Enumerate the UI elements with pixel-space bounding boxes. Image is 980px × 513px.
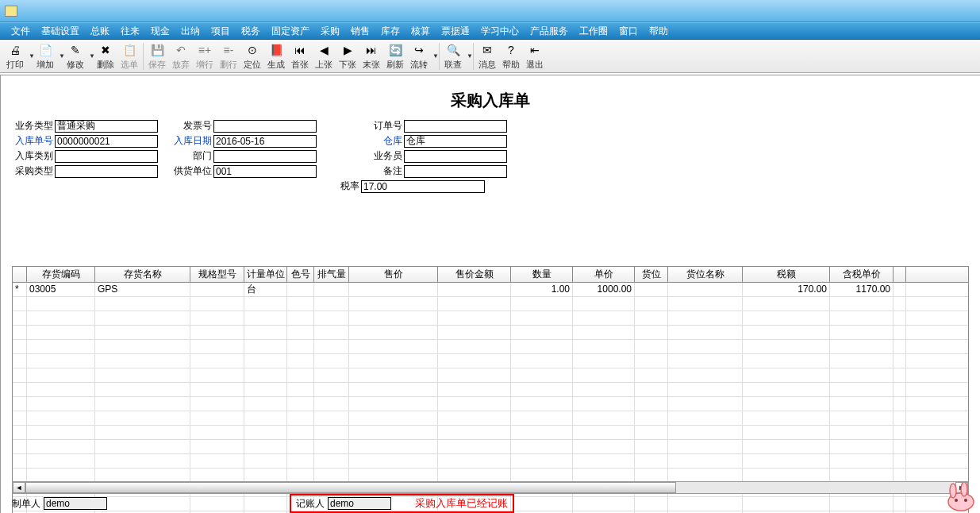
column-header[interactable]: 数量: [511, 267, 573, 282]
dropdown-arrow-icon[interactable]: ▼: [87, 52, 94, 60]
column-header[interactable]: 规格型号: [190, 267, 244, 282]
toolbar-定位[interactable]: ⊙定位: [240, 40, 264, 72]
data-grid[interactable]: 存货编码存货名称规格型号计量单位色号排气量售价售价金额数量单价货位货位名称税额含…: [12, 266, 969, 513]
cell-code[interactable]: 03005: [27, 283, 95, 296]
toolbar-生成[interactable]: 📕生成: [264, 40, 288, 72]
toolbar-下张[interactable]: ▶下张: [336, 40, 359, 72]
invoice-no-input[interactable]: [213, 120, 317, 133]
toolbar-联查[interactable]: 🔍联查: [441, 40, 465, 72]
column-header[interactable]: 售价: [349, 267, 438, 282]
column-header[interactable]: 货位: [635, 267, 668, 282]
menu-现金[interactable]: 现金: [148, 25, 173, 38]
cat-input[interactable]: [55, 150, 158, 163]
date-input[interactable]: [213, 135, 317, 148]
menu-文件[interactable]: 文件: [8, 25, 33, 38]
column-header[interactable]: 税额: [743, 267, 830, 282]
cell-name[interactable]: GPS: [95, 283, 190, 296]
menu-总账[interactable]: 总账: [87, 25, 113, 38]
toolbar-删除[interactable]: ✖删除: [94, 40, 117, 72]
menu-税务[interactable]: 税务: [238, 25, 263, 38]
sales-input[interactable]: [404, 150, 507, 163]
column-header[interactable]: 售价金额: [438, 267, 511, 282]
column-header[interactable]: 货位名称: [668, 267, 743, 282]
table-row[interactable]: [13, 383, 968, 397]
dropdown-arrow-icon[interactable]: ▼: [431, 52, 437, 60]
order-no-input[interactable]: [404, 120, 507, 133]
cell-disp[interactable]: [314, 283, 349, 296]
column-header[interactable]: 排气量: [314, 267, 349, 282]
cell-taxprice[interactable]: 1170.00: [830, 283, 894, 296]
cell-tax[interactable]: 170.00: [743, 283, 830, 296]
toolbar-帮助[interactable]: ?帮助: [499, 40, 523, 72]
toolbar-消息[interactable]: ✉消息: [475, 40, 499, 72]
dropdown-arrow-icon[interactable]: ▼: [27, 52, 33, 60]
cell-price[interactable]: [349, 283, 438, 296]
menu-票据通[interactable]: 票据通: [438, 25, 473, 38]
menu-产品服务[interactable]: 产品服务: [527, 25, 571, 38]
table-row[interactable]: [13, 426, 968, 440]
column-header[interactable]: 存货名称: [95, 267, 190, 282]
table-row[interactable]: [13, 326, 968, 340]
column-header[interactable]: 含税单价: [830, 267, 894, 282]
grid-body[interactable]: * 03005 GPS 台 1.00 1000.00 170.00 1170.0…: [13, 283, 968, 513]
biz-type-input[interactable]: [55, 120, 158, 133]
toolbar-退出[interactable]: ⇤退出: [523, 40, 547, 72]
cell-color[interactable]: [287, 283, 314, 296]
cell-loc[interactable]: [635, 283, 668, 296]
table-row[interactable]: [13, 411, 968, 426]
scroll-thumb[interactable]: [25, 482, 676, 493]
dropdown-arrow-icon[interactable]: ▼: [465, 52, 471, 60]
scroll-left-arrow[interactable]: ◄: [13, 482, 25, 493]
toolbar-增加[interactable]: 📄增加: [33, 40, 57, 72]
column-header[interactable]: [13, 267, 27, 282]
table-row[interactable]: * 03005 GPS 台 1.00 1000.00 170.00 1170.0…: [13, 283, 968, 297]
vendor-input[interactable]: [213, 165, 317, 178]
toolbar-打印[interactable]: 🖨打印: [3, 40, 27, 72]
dept-input[interactable]: [213, 150, 317, 163]
table-row[interactable]: [13, 354, 968, 368]
toolbar-流转[interactable]: ↪流转: [407, 40, 431, 72]
column-header[interactable]: 单价: [573, 267, 635, 282]
table-row[interactable]: [13, 340, 968, 354]
menu-学习中心[interactable]: 学习中心: [478, 25, 522, 38]
menu-窗口[interactable]: 窗口: [616, 25, 641, 38]
table-row[interactable]: [13, 397, 968, 411]
toolbar-修改[interactable]: ✎修改: [63, 40, 87, 72]
cell-unit[interactable]: 台: [244, 283, 287, 296]
menu-出纳[interactable]: 出纳: [178, 25, 203, 38]
menu-基础设置[interactable]: 基础设置: [38, 25, 83, 38]
table-row[interactable]: [13, 311, 968, 326]
toolbar-刷新[interactable]: 🔄刷新: [383, 40, 407, 72]
table-row[interactable]: [13, 297, 968, 311]
menu-采购[interactable]: 采购: [317, 25, 343, 38]
horizontal-scrollbar[interactable]: ◄ ►: [12, 481, 969, 494]
menu-项目[interactable]: 项目: [208, 25, 233, 38]
cell-qty[interactable]: 1.00: [511, 283, 573, 296]
menu-往来[interactable]: 往来: [117, 25, 143, 38]
doc-no-input[interactable]: [55, 135, 158, 148]
table-row[interactable]: [13, 440, 968, 454]
column-header[interactable]: 存货编码: [27, 267, 95, 282]
remark-input[interactable]: [404, 165, 507, 178]
column-header[interactable]: 计量单位: [244, 267, 287, 282]
wh-input[interactable]: [404, 135, 507, 148]
menu-核算[interactable]: 核算: [408, 25, 433, 38]
ptype-input[interactable]: [55, 165, 158, 178]
cell-amt[interactable]: [438, 283, 511, 296]
toolbar-末张[interactable]: ⏭末张: [359, 40, 383, 72]
table-row[interactable]: [13, 454, 968, 469]
tax-rate-input[interactable]: [361, 180, 485, 193]
cell-uprice[interactable]: 1000.00: [573, 283, 635, 296]
dropdown-arrow-icon[interactable]: ▼: [57, 52, 63, 60]
cell-spec[interactable]: [190, 283, 244, 296]
menu-工作圈[interactable]: 工作圈: [576, 25, 611, 38]
menu-销售[interactable]: 销售: [348, 25, 373, 38]
menu-帮助[interactable]: 帮助: [646, 25, 671, 38]
toolbar-首张[interactable]: ⏮首张: [288, 40, 312, 72]
cell-locname[interactable]: [668, 283, 743, 296]
table-row[interactable]: [13, 368, 968, 383]
menu-库存[interactable]: 库存: [378, 25, 403, 38]
column-header[interactable]: [894, 267, 906, 282]
column-header[interactable]: 色号: [287, 267, 314, 282]
menu-固定资产[interactable]: 固定资产: [268, 25, 313, 38]
